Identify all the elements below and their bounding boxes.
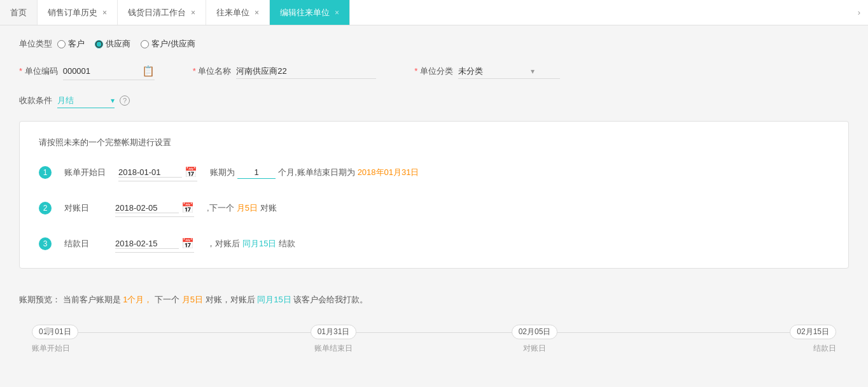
row1-desc-suffix: 个月,账单结束日期为	[278, 167, 355, 178]
timeline-label-0: 账单开始日	[32, 343, 70, 354]
row3-desc: ，对账后 同月15日 结款	[207, 238, 295, 250]
payment-condition-label: 收款条件	[19, 95, 52, 106]
row-label-2: 对账日	[64, 202, 102, 214]
tab-cash-work-label: 钱货日清工作台	[128, 7, 186, 18]
timeline-point-1: 01月31日 账单结束日	[233, 325, 434, 354]
payment-condition-group: 收款条件 月结 现结 周结 ▾ ?	[19, 93, 130, 108]
tab-home[interactable]: 首页	[0, 0, 38, 25]
row2-date-input[interactable]	[115, 203, 179, 213]
radio-customer-input[interactable]	[57, 40, 66, 48]
preview-text: 账期预览： 当前客户账期是 1个月， 下一个 月5日 对账，对账后 同月15日 …	[19, 294, 849, 306]
row-number-2: 2	[39, 202, 52, 215]
tab-partner-label: 往来单位	[216, 7, 249, 18]
unit-code-input-wrapper: 📋	[63, 62, 155, 80]
settings-row-2: 2 对账日 📅 ,下一个 月5日 对账	[39, 199, 829, 217]
row1-calendar-icon[interactable]: 📅	[185, 166, 197, 178]
payment-condition-help-icon[interactable]: ?	[120, 95, 130, 106]
tab-sales-history-close[interactable]: ×	[102, 8, 107, 17]
unit-type-label: 单位类型	[19, 38, 52, 50]
timeline-badge-3: 02月15日	[790, 325, 836, 339]
row3-calendar-icon[interactable]: 📅	[181, 237, 194, 250]
radio-both-label: 客户/供应商	[151, 38, 195, 50]
unit-type-group: 单位类型 客户 供应商 客户/供应商	[19, 38, 195, 50]
radio-supplier[interactable]: 供应商	[95, 38, 130, 50]
radio-customer[interactable]: 客户	[57, 38, 85, 50]
preview-teal1: 同月15日	[257, 295, 291, 304]
row-label-1: 账单开始日	[64, 167, 106, 178]
unit-type-row: 单位类型 客户 供应商 客户/供应商	[19, 38, 849, 50]
row1-highlight-date: 2018年01月31日	[358, 167, 419, 178]
row3-desc-prefix: ，对账后	[207, 238, 240, 250]
timeline-badge-0: 01月01日	[32, 325, 78, 339]
payment-condition-select[interactable]: 月结 现结 周结	[57, 95, 108, 105]
settings-title: 请按照未来的一个完整帐期进行设置	[39, 137, 829, 148]
timeline-badge-1: 01月31日	[311, 325, 357, 339]
preview-text-suffix: 该客户会给我打款。	[293, 295, 368, 304]
tab-partner-close[interactable]: ×	[255, 8, 259, 17]
row1-period-input[interactable]	[237, 166, 276, 179]
tab-cash-work[interactable]: 钱货日清工作台 ×	[118, 0, 206, 25]
settings-box: 请按照未来的一个完整帐期进行设置 1 账单开始日 📅 账期为 个月,账单结束日期…	[19, 121, 849, 269]
row3-desc-suffix: 结款	[279, 238, 295, 250]
row-label-3: 结款日	[64, 238, 102, 250]
timeline-point-0: 01月01日 账单开始日	[32, 325, 233, 354]
tab-sales-history-label: 销售订单历史	[48, 7, 97, 18]
row3-date-wrapper: 📅	[115, 235, 194, 253]
unit-name-input[interactable]	[236, 64, 376, 79]
preview-text-prefix: 当前客户账期是	[63, 295, 121, 304]
timeline-label-3: 结款日	[813, 343, 836, 354]
radio-customer-label: 客户	[68, 38, 85, 50]
main-content: 单位类型 客户 供应商 客户/供应商 单位编码	[0, 25, 868, 387]
preview-orange1: 1个月，	[123, 295, 152, 304]
unit-code-input[interactable]	[63, 66, 139, 76]
unit-category-chevron-icon: ▾	[531, 67, 535, 76]
unit-code-label: 单位编码	[19, 66, 58, 77]
timeline-label-2: 对账日	[523, 343, 546, 354]
unit-type-radio-group: 客户 供应商 客户/供应商	[57, 38, 195, 50]
row1-date-input[interactable]	[118, 167, 182, 178]
row1-desc-prefix: 账期为	[210, 167, 235, 178]
preview-section: 账期预览： 当前客户账期是 1个月， 下一个 月5日 对账，对账后 同月15日 …	[19, 281, 849, 354]
payment-condition-chevron-icon: ▾	[111, 96, 115, 105]
unit-category-group: 单位分类 ▾	[414, 64, 560, 79]
unit-name-group: 单位名称	[193, 64, 377, 79]
row2-date-wrapper: 📅	[115, 199, 194, 217]
unit-category-label: 单位分类	[414, 66, 453, 77]
radio-supplier-label: 供应商	[106, 38, 130, 50]
preview-text-mid1: 下一个	[155, 295, 179, 304]
tab-more-button[interactable]: ›	[850, 0, 868, 25]
tab-sales-history[interactable]: 销售订单历史 ×	[38, 0, 118, 25]
tab-edit-partner-close[interactable]: ×	[335, 8, 339, 17]
tab-bar: 首页 销售订单历史 × 钱货日清工作台 × 往来单位 × 编辑往来单位 × ›	[0, 0, 868, 25]
row2-calendar-icon[interactable]: 📅	[181, 202, 194, 214]
row3-highlight-day: 同月15日	[242, 238, 276, 250]
tab-edit-partner-label: 编辑往来单位	[280, 7, 330, 18]
unit-code-icon[interactable]: 📋	[142, 65, 155, 77]
timeline: 01月01日 账单开始日 01月31日 账单结束日 02月05日 对账日 02月…	[19, 325, 849, 354]
tab-edit-partner[interactable]: 编辑往来单位 ×	[270, 0, 350, 25]
unit-info-row: 单位编码 📋 单位名称 单位分类 ▾	[19, 62, 849, 80]
preview-orange2: 月5日	[182, 295, 203, 304]
row1-date-wrapper: 📅	[118, 164, 197, 181]
timeline-points: 01月01日 账单开始日 01月31日 账单结束日 02月05日 对账日 02月…	[32, 325, 836, 354]
preview-text-mid2: 对账，对账后	[206, 295, 255, 304]
timeline-point-2: 02月05日 对账日	[434, 325, 635, 354]
radio-both-input[interactable]	[141, 40, 149, 48]
settings-row-3: 3 结款日 📅 ，对账后 同月15日 结款	[39, 235, 829, 253]
row2-highlight-day: 月5日	[237, 202, 258, 214]
unit-category-input[interactable]	[458, 66, 528, 76]
tab-cash-work-close[interactable]: ×	[191, 8, 195, 17]
row3-date-input[interactable]	[115, 239, 179, 249]
unit-category-select-wrapper: ▾	[458, 64, 560, 79]
row-number-1: 1	[39, 166, 52, 179]
settings-row-1: 1 账单开始日 📅 账期为 个月,账单结束日期为 2018年01月31日	[39, 164, 829, 181]
row1-desc: 账期为 个月,账单结束日期为 2018年01月31日	[210, 166, 419, 179]
row2-desc-prefix: ,下一个	[207, 202, 234, 214]
row2-desc: ,下一个 月5日 对账	[207, 202, 277, 214]
unit-name-label: 单位名称	[193, 66, 232, 77]
radio-both[interactable]: 客户/供应商	[141, 38, 195, 50]
payment-condition-select-wrapper: 月结 现结 周结 ▾	[57, 93, 115, 108]
tab-partner[interactable]: 往来单位 ×	[206, 0, 270, 25]
tab-home-label: 首页	[10, 7, 27, 18]
radio-supplier-input[interactable]	[95, 40, 103, 48]
